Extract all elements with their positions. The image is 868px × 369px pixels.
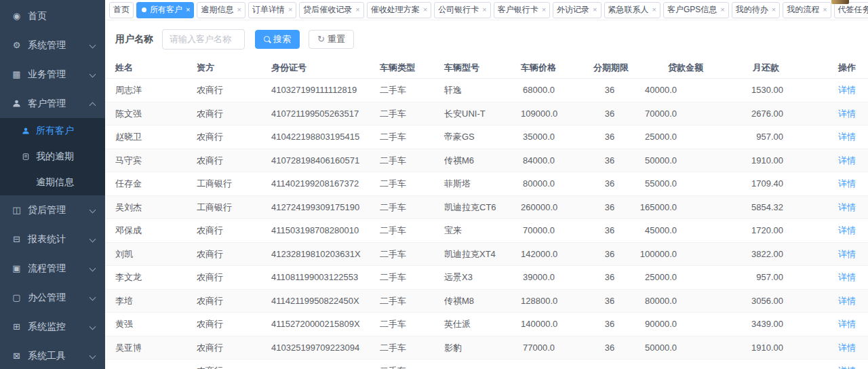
cell-price: 77000.0 xyxy=(521,336,555,360)
close-icon[interactable]: × xyxy=(423,6,427,14)
close-icon[interactable]: × xyxy=(237,6,241,14)
detail-link[interactable]: 详情 xyxy=(838,290,856,313)
document-icon: ▢ xyxy=(11,292,22,303)
detail-link[interactable]: 详情 xyxy=(838,102,856,126)
tab[interactable]: 我的待办 × xyxy=(732,2,780,18)
sidebar-subitem[interactable]: 我的逾期 xyxy=(0,144,105,170)
tab[interactable]: 所有客户 × xyxy=(136,2,194,18)
detail-link[interactable]: 详情 xyxy=(838,125,856,149)
cell-loan: 50000.0 xyxy=(620,149,677,173)
header-name: 姓名 xyxy=(115,58,133,78)
cell-monthly: 1910.00 xyxy=(719,149,783,173)
tab-label: 催收处理方案 xyxy=(371,4,420,16)
cell-loan: 25000.0 xyxy=(620,125,677,149)
cell-vehicle-type: 二手车 xyxy=(380,149,406,173)
detail-link[interactable]: 详情 xyxy=(838,219,856,243)
tab[interactable]: 客户银行卡 × xyxy=(494,2,550,18)
tab[interactable]: 逾期信息 × xyxy=(197,2,245,18)
cell-loan: 70000.0 xyxy=(620,102,677,126)
cell-vehicle-type: 二手车 xyxy=(380,266,406,290)
tab[interactable]: 客户GPS信息 × xyxy=(663,2,729,18)
close-icon[interactable]: × xyxy=(355,6,359,14)
sidebar-item-8[interactable]: ⊞ 系统监控 xyxy=(0,312,105,341)
sidebar-item-0[interactable]: ◉ 首页 xyxy=(0,1,105,31)
close-icon[interactable]: × xyxy=(720,6,724,14)
close-icon[interactable]: × xyxy=(288,6,292,14)
sidebar-item-2[interactable]: ▦ 业务管理 xyxy=(0,60,105,89)
tab-label: 我的流程 xyxy=(787,4,819,16)
cell-name: 任存金 xyxy=(115,172,142,196)
cell-bank: 农商行 xyxy=(197,360,223,369)
detail-link[interactable]: 详情 xyxy=(838,196,856,220)
tab[interactable]: 代签任务 × xyxy=(834,2,868,18)
tab[interactable]: 首页 xyxy=(109,2,134,18)
sidebar-item-label: 系统管理 xyxy=(28,39,66,52)
tab[interactable]: 外访记录 × xyxy=(553,2,601,18)
monitor-check-icon: ⊞ xyxy=(11,322,22,332)
cell-name: 李培 xyxy=(115,290,133,313)
sidebar-item-4[interactable]: ◫ 贷后管理 xyxy=(0,195,105,225)
cell-vehicle-model: 远景X3 xyxy=(444,266,473,290)
columns-icon: ◫ xyxy=(11,205,22,215)
header-vehicle-model: 车辆型号 xyxy=(444,58,479,78)
detail-link[interactable]: 详情 xyxy=(838,266,856,290)
detail-link[interactable]: 详情 xyxy=(838,243,856,267)
cell-id-number: 411503198708280010 xyxy=(271,219,359,243)
customer-name-input[interactable] xyxy=(162,29,245,50)
table-row: 黄强 农商行 41152720000215809X 二手车 英仕派 140000… xyxy=(105,313,868,336)
cell-bank: 农商行 xyxy=(197,219,223,243)
search-section: 用户名称 搜索 ↻ 重置 xyxy=(105,20,868,58)
detail-link[interactable]: 详情 xyxy=(838,360,856,369)
sidebar-item-5[interactable]: ⊟ 报表统计 xyxy=(0,225,105,254)
detail-link[interactable]: 详情 xyxy=(838,336,856,360)
close-icon[interactable]: × xyxy=(593,6,597,14)
cell-name: 吴亚博 xyxy=(115,336,142,360)
sidebar-item-1[interactable]: ⚙ 系统管理 xyxy=(0,31,105,60)
sidebar-item-6[interactable]: ▣ 流程管理 xyxy=(0,254,105,283)
cell-vehicle-type: 二手车 xyxy=(380,243,406,267)
header-loan: 贷款金额 xyxy=(668,58,703,78)
cell-vehicle-model: 传祺M6 xyxy=(444,149,474,173)
detail-link[interactable]: 详情 xyxy=(838,172,856,196)
cell-price: 109000.0 xyxy=(521,102,555,126)
cell-monthly: 3056.00 xyxy=(719,290,783,313)
sidebar-subitem[interactable]: 逾期信息 xyxy=(0,170,105,195)
sidebar-submenu: 所有客户 我的逾期 逾期信息 xyxy=(0,118,105,195)
avatar-fragment[interactable] xyxy=(831,0,849,4)
reset-button[interactable]: ↻ 重置 xyxy=(309,30,354,49)
cell-vehicle-type: 二手车 xyxy=(380,125,406,149)
cell-monthly: 1709.40 xyxy=(719,172,783,196)
tab[interactable]: 催收处理方案 × xyxy=(367,2,431,18)
chevron-down-icon xyxy=(90,265,96,272)
sidebar-item-label: 首页 xyxy=(28,10,47,22)
close-icon[interactable]: × xyxy=(186,6,190,14)
tab[interactable]: 我的流程 × xyxy=(783,2,831,18)
sidebar-item-3[interactable]: 客户管理 xyxy=(0,89,105,118)
cell-bank: 工商银行 xyxy=(197,172,232,196)
tab[interactable]: 订单详情 × xyxy=(248,2,296,18)
close-icon[interactable]: × xyxy=(652,6,656,14)
tab[interactable]: 贷后催收记录 × xyxy=(299,2,363,18)
sidebar-subitem-label: 逾期信息 xyxy=(36,176,74,189)
table-row: 周志洋 农商行 410327199111112819 二手车 轩逸 68000.… xyxy=(105,79,868,102)
close-icon[interactable]: × xyxy=(482,6,486,14)
detail-link[interactable]: 详情 xyxy=(838,149,856,173)
search-button[interactable]: 搜索 xyxy=(255,30,300,49)
sidebar-item-7[interactable]: ▢ 办公管理 xyxy=(0,283,105,312)
table-row: 刘凯 农商行 41232819810203631X 二手车 凯迪拉克XT4 14… xyxy=(105,243,868,267)
sidebar-item-label: 系统工具 xyxy=(28,350,66,362)
tab-label: 代签任务 xyxy=(838,4,868,16)
tab[interactable]: 公司银行卡 × xyxy=(434,2,490,18)
detail-link[interactable]: 详情 xyxy=(838,313,856,336)
cell-id-number: 41232819810203631X xyxy=(271,243,361,267)
header-actions: 操作 xyxy=(838,58,856,78)
tab[interactable]: 紧急联系人 × xyxy=(604,2,660,18)
close-icon[interactable]: × xyxy=(772,6,776,14)
sidebar-subitem[interactable]: 所有客户 xyxy=(0,118,105,144)
close-icon[interactable]: × xyxy=(542,6,546,14)
close-icon[interactable]: × xyxy=(823,6,827,14)
main-content: 用户名称 搜索 ↻ 重置 姓名 资方 身份证号 车辆类型 车辆型号 车辆价格 分… xyxy=(105,20,868,369)
sidebar-item-9[interactable]: ⊠ 系统工具 xyxy=(0,341,105,369)
detail-link[interactable]: 详情 xyxy=(838,79,856,102)
table-header: 姓名 资方 身份证号 车辆类型 车辆型号 车辆价格 分期期限 贷款金额 月还款 … xyxy=(105,58,868,79)
